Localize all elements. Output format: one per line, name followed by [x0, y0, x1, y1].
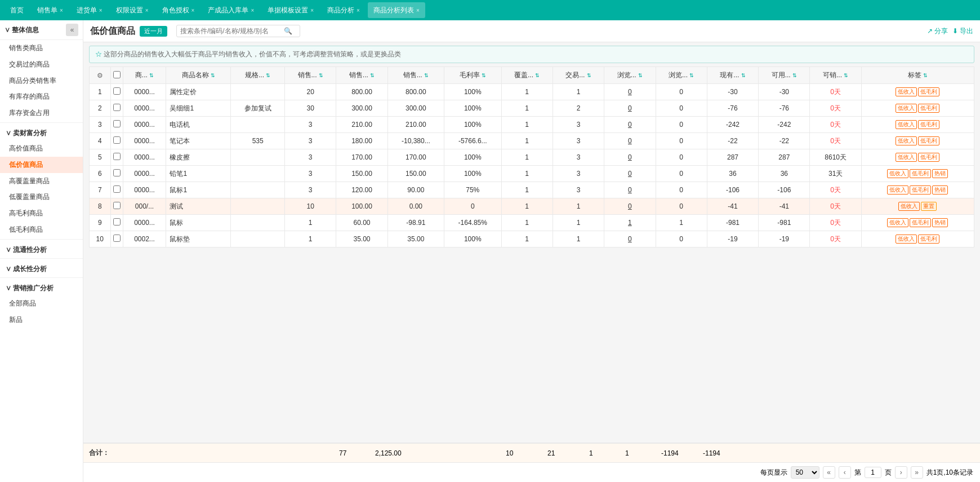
sidebar-item-capital[interactable]: 库存资金占用	[0, 105, 83, 121]
last-page-btn[interactable]: »	[911, 466, 923, 479]
sidebar-item-traded[interactable]: 交易过的商品	[0, 56, 83, 73]
nav-sales[interactable]: 销售单 ×	[32, 2, 69, 18]
row-browse1[interactable]: 0	[604, 182, 656, 198]
row-checkbox[interactable]	[113, 87, 121, 95]
row-name[interactable]: 鼠标1	[166, 182, 231, 198]
search-icon[interactable]: 🔍	[284, 27, 292, 35]
sidebar-item-low-margin[interactable]: 低毛利商品	[0, 222, 83, 238]
prev-page-btn[interactable]: ‹	[839, 466, 851, 479]
browse-link[interactable]: 0	[628, 104, 632, 112]
nav-close-sales[interactable]: ×	[60, 7, 63, 14]
row-checkbox[interactable]	[113, 202, 121, 209]
row-name[interactable]: 笔记本	[166, 133, 231, 149]
date-badge[interactable]: 近一月	[140, 26, 167, 37]
row-checkbox[interactable]	[113, 104, 121, 111]
search-box: 🔍	[176, 25, 300, 37]
browse-link[interactable]: 0	[628, 121, 632, 129]
select-all-checkbox[interactable]	[113, 71, 121, 78]
sidebar-item-high-coverage[interactable]: 高覆盖量商品	[0, 173, 83, 189]
search-input[interactable]	[180, 27, 282, 35]
row-checkbox[interactable]	[113, 169, 121, 176]
nav-close-product-analysis[interactable]: ×	[357, 7, 360, 14]
nav-product-analysis[interactable]: 商品分析 ×	[322, 2, 366, 18]
nav-product-analysis-list[interactable]: 商品分析列表 ×	[368, 2, 425, 18]
nav-close-permissions[interactable]: ×	[145, 7, 149, 14]
tag-热销: 热销	[932, 185, 948, 194]
row-name[interactable]: 电话机	[166, 117, 231, 133]
export-button[interactable]: ⬇ 导出	[952, 26, 973, 36]
nav-close-templates[interactable]: ×	[310, 7, 314, 14]
row-name[interactable]: 鼠标	[166, 215, 231, 231]
sidebar-item-all-products[interactable]: 全部商品	[0, 295, 83, 312]
nav-close-purchase[interactable]: ×	[99, 7, 103, 14]
nav-close-product-analysis-list[interactable]: ×	[416, 7, 420, 14]
row-name[interactable]: 吴细细1	[166, 100, 231, 117]
row-browse1[interactable]: 0	[604, 198, 656, 215]
row-checkbox[interactable]	[113, 185, 121, 193]
data-table: ⚙ 商... ⇅ 商品名称 ⇅ 规格... ⇅ 销售... ⇅ 销售... ⇅ …	[89, 67, 974, 247]
next-page-btn[interactable]: ›	[895, 466, 907, 479]
first-page-btn[interactable]: «	[823, 466, 835, 479]
browse-link[interactable]: 0	[628, 88, 632, 96]
row-current: -106	[707, 182, 758, 198]
nav-close-roles[interactable]: ×	[191, 7, 195, 14]
row-name[interactable]: 铅笔1	[166, 166, 231, 182]
row-checkbox[interactable]	[113, 153, 121, 160]
row-s2: 210.00	[336, 117, 387, 133]
browse-link[interactable]: 0	[628, 235, 632, 243]
row-margin: 100%	[444, 100, 501, 117]
row-name[interactable]: 鼠标垫	[166, 231, 231, 247]
nav-home[interactable]: 首页	[5, 2, 29, 18]
sidebar-item-stock[interactable]: 有库存的商品	[0, 89, 83, 105]
nav-close-inventory[interactable]: ×	[251, 7, 254, 14]
browse-link[interactable]: 0	[628, 153, 632, 161]
page-number-input[interactable]	[865, 467, 881, 478]
browse-link[interactable]: 0	[628, 202, 632, 210]
browse-link[interactable]: 0	[628, 170, 632, 178]
nav-purchase[interactable]: 进货单 ×	[71, 2, 108, 18]
sidebar-group-wealth[interactable]: ∨ 卖财富分析	[0, 124, 83, 140]
nav-inventory[interactable]: 产成品入库单 ×	[202, 2, 260, 18]
sidebar-group-overall[interactable]: ∨ 整体信息	[5, 25, 39, 35]
row-browse1[interactable]: 0	[604, 149, 656, 166]
sidebar-item-high-margin[interactable]: 高毛利商品	[0, 205, 83, 222]
row-name[interactable]: 属性定价	[166, 84, 231, 100]
row-browse1[interactable]: 0	[604, 117, 656, 133]
row-name[interactable]: 测试	[166, 198, 231, 215]
row-browse1[interactable]: 0	[604, 100, 656, 117]
sidebar-group-marketing[interactable]: ∨ 营销推广分析	[0, 279, 83, 295]
sidebar-group-growth[interactable]: ∨ 成长性分析	[0, 260, 83, 276]
col-gear[interactable]: ⚙	[90, 67, 111, 84]
row-checkbox[interactable]	[113, 218, 121, 225]
settings-icon[interactable]: ⚙	[97, 72, 103, 79]
row-checkbox[interactable]	[113, 235, 121, 242]
row-name[interactable]: 橡皮擦	[166, 149, 231, 166]
nav-templates[interactable]: 单据模板设置 ×	[262, 2, 319, 18]
row-browse1[interactable]: 0	[604, 84, 656, 100]
sidebar-item-new-products[interactable]: 新品	[0, 312, 83, 328]
table-container[interactable]: ⚙ 商... ⇅ 商品名称 ⇅ 规格... ⇅ 销售... ⇅ 销售... ⇅ …	[83, 67, 980, 443]
sidebar-item-low-value[interactable]: 低价值商品	[0, 157, 83, 173]
sidebar-item-low-coverage[interactable]: 低覆盖量商品	[0, 189, 83, 205]
sidebar-item-sales-products[interactable]: 销售类商品	[0, 40, 83, 56]
row-browse1[interactable]: 0	[604, 133, 656, 149]
sidebar-item-high-value[interactable]: 高价值商品	[0, 140, 83, 157]
sidebar-group-flow[interactable]: ∨ 流通性分析	[0, 241, 83, 257]
tag-低毛利: 低毛利	[910, 169, 931, 178]
row-checkbox[interactable]	[113, 120, 121, 127]
row-checkbox[interactable]	[113, 136, 121, 144]
row-available: -106	[759, 182, 810, 198]
share-button[interactable]: ↗ 分享	[927, 26, 948, 36]
row-browse1[interactable]: 0	[604, 166, 656, 182]
nav-permissions[interactable]: 权限设置 ×	[110, 2, 154, 18]
browse-link[interactable]: 1	[628, 219, 632, 227]
browse-link[interactable]: 0	[628, 186, 632, 194]
sidebar-collapse-btn[interactable]: «	[66, 24, 78, 36]
row-num: 9	[90, 215, 111, 231]
sidebar-item-category-rate[interactable]: 商品分类销售率	[0, 73, 83, 89]
row-browse1[interactable]: 1	[604, 215, 656, 231]
nav-roles[interactable]: 角色授权 ×	[157, 2, 201, 18]
browse-link[interactable]: 0	[628, 137, 632, 145]
row-browse1[interactable]: 0	[604, 231, 656, 247]
page-size-select[interactable]: 50 100 200	[791, 466, 819, 479]
